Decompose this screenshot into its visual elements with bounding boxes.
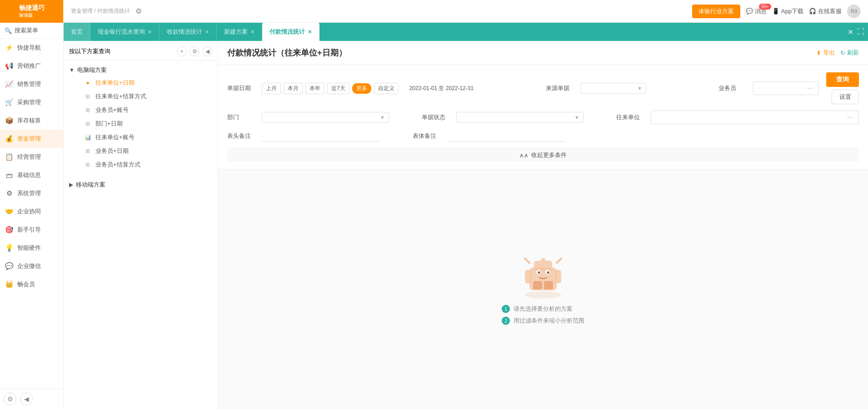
sidebar-item-operations[interactable]: 📋 经营管理 [0,148,63,166]
schema-item-salesman-date[interactable]: ⊞ 业务员+日期 [69,144,212,158]
chevron-up-icon: ∧∧ [519,152,529,159]
date-last-month-btn[interactable]: 上月 [262,83,281,94]
filter-row-2: 部门 ▼ 单据状态 ▼ 往来单位 ··· [227,111,859,124]
tab-close-icon[interactable]: ✕ [148,29,152,35]
sidebar-item-marketing[interactable]: 📢 营销推广 [0,57,63,75]
schema-item-salesman-payment[interactable]: ⊞ 业务员+结算方式 [69,158,212,172]
sidebar-item-inventory[interactable]: 📦 库存核算 [0,111,63,130]
schema-item-counterpart-payment[interactable]: ⊞ 往来单位+结算方式 [69,90,212,103]
table-header-note-input[interactable] [262,131,380,141]
tab-receipt-stats[interactable]: 收款情况统计 ✕ [160,23,217,41]
schema-item-counterpart-date[interactable]: ● 往来单位+日期 [69,76,212,90]
tab-cash-flow[interactable]: 现金银行流水查询 ✕ [90,23,160,41]
sidebar-item-system[interactable]: ⚙ 系统管理 [0,184,63,202]
system-icon: ⚙ [5,189,14,198]
right-panel: 付款情况统计（往来单位+日期） ⬆ 导出 ↻ 刷新 单据日期 [218,41,868,409]
sidebar-label: 基础信息 [17,171,41,179]
tab-close-icon[interactable]: ✕ [205,29,209,35]
page-title: 付款情况统计（往来单位+日期） [227,47,347,58]
dept-select[interactable]: ▼ [262,112,389,123]
add-schema-btn[interactable]: + [177,46,187,56]
schema-item-dept-date[interactable]: ⊞ 部门+日期 [69,117,212,131]
guide-icon: 🎯 [5,225,14,234]
query-btn[interactable]: 查询 [826,72,859,87]
empty-tips: 1 请先选择要分析的方案 2 用过滤条件来缩小分析范围 [502,305,584,325]
sidebar-item-hardware[interactable]: 💡 智能硬件 [0,239,63,257]
message-btn[interactable]: 💬 消息 99+ [746,7,767,15]
sidebar-item-finance[interactable]: 💰 资金管理 [0,130,63,148]
sidebar-item-sales[interactable]: 📈 销售管理 [0,75,63,93]
date-7days-btn[interactable]: 近7天 [327,83,349,94]
tab-payment-stats[interactable]: 付款情况统计 ✕ [262,23,319,41]
sidebar-item-member[interactable]: 👑 畅会员 [0,275,63,293]
expand-tabs-btn[interactable]: ⛶ [857,28,864,36]
search-label: 搜索菜单 [15,26,38,35]
sidebar-collapse-btn[interactable]: ◀ [20,393,33,405]
sidebar-settings-btn[interactable]: ⚙ [4,393,16,405]
collapse-left-panel-btn[interactable]: ◀ [202,46,212,56]
tip1-text: 请先选择要分析的方案 [514,305,573,313]
left-panel: 按以下方案查询 + ⚙ ◀ ▼ 电脑端方案 ● 往来单位+日期 ⊞ [64,41,218,409]
close-all-tabs-btn[interactable]: ✕ [848,28,853,36]
settings-icon[interactable]: ⚙ [135,7,142,15]
schema-item-counterpart-account[interactable]: 📊 往来单位+账号 [69,131,212,144]
sidebar-item-quick-nav[interactable]: ⚡ 快捷导航 [0,39,63,57]
schema-group-mobile: ▶ 移动端方案 [64,175,218,194]
settings-schema-btn[interactable]: ⚙ [190,46,200,56]
trial-btn[interactable]: 体验行业方案 [692,5,740,18]
active-schema-icon: ● [84,79,92,87]
date-more-btn[interactable]: 更多 [352,83,371,94]
source-select[interactable]: ▼ [580,83,646,94]
date-this-month-btn[interactable]: 本月 [284,83,303,94]
export-btn[interactable]: ⬆ 导出 [816,49,835,57]
schema-group-mobile-header[interactable]: ▶ 移动端方案 [69,179,212,191]
setting-btn[interactable]: 设置 [832,90,859,104]
schema-item-salesman-account[interactable]: ⊞ 业务员+账号 [69,103,212,117]
date-custom-btn[interactable]: 自定义 [374,83,399,94]
hardware-icon: 💡 [5,243,14,252]
svg-rect-4 [533,281,542,289]
filter-actions: 查询 设置 [826,72,859,104]
tab-close-icon[interactable]: ✕ [308,29,312,35]
schema-item-label: 往来单位+日期 [95,79,135,87]
schema-group-desktop-header[interactable]: ▼ 电脑端方案 [69,64,212,76]
tab-bar: 首页 现金银行流水查询 ✕ 收款情况统计 ✕ 新建方案 ✕ 付款情况统计 ✕ ✕… [64,23,868,41]
search-menu-item[interactable]: 🔍 搜索菜单 [0,23,63,39]
empty-state: 1 请先选择要分析的方案 2 用过滤条件来缩小分析范围 [218,170,868,409]
sidebar-item-guide[interactable]: 🎯 新手引导 [0,221,63,239]
tab-label: 现金银行流水查询 [98,28,145,36]
sales-icon: 📈 [5,80,14,89]
table-schema-icon: ⊞ [84,106,92,114]
topbar: 资金管理 / 付款情况统计 ⚙ 体验行业方案 💬 消息 99+ 📱 App下载 … [64,0,868,23]
counterpart-dots-btn[interactable]: ··· [845,113,855,121]
sidebar-label: 营销推广 [17,62,41,70]
date-group: 上月 本月 本年 近7天 更多 自定义 [262,83,399,94]
left-panel-header: 按以下方案查询 + ⚙ ◀ [64,41,218,61]
voucher-status-select[interactable]: ▼ [456,112,584,123]
sidebar-item-basic-info[interactable]: 🗃 基础信息 [0,166,63,184]
date-this-year-btn[interactable]: 本年 [305,83,324,94]
user-avatar[interactable]: Rit [847,5,861,18]
tab-label: 付款情况统计 [269,28,305,36]
quick-nav-icon: ⚡ [5,43,14,52]
collapse-conditions-btn[interactable]: ∧∧ 收起更多条件 [227,148,859,162]
counterpart-select[interactable]: ··· [651,111,859,124]
sidebar-item-collab[interactable]: 🤝 企业协同 [0,202,63,221]
tab-home[interactable]: 首页 [64,23,90,41]
sidebar-item-purchase[interactable]: 🛒 采购管理 [0,93,63,111]
left-panel-title: 按以下方案查询 [69,47,110,56]
refresh-icon: ↻ [840,50,845,56]
salesman-select[interactable]: ··· [753,81,819,95]
sidebar-item-wechat[interactable]: 💬 企业微信 [0,257,63,275]
tab-close-icon[interactable]: ✕ [250,29,254,35]
schema-group-label: 移动端方案 [76,181,105,189]
app-download-btn[interactable]: 📱 App下载 [772,7,803,15]
online-service-btn[interactable]: 🎧 在线客服 [809,7,842,15]
refresh-btn[interactable]: ↻ 刷新 [840,49,859,57]
salesman-dots-btn[interactable]: ··· [805,84,815,92]
refresh-label: 刷新 [847,49,859,57]
schema-item-label: 业务员+日期 [95,147,129,155]
sidebar-label: 快捷导航 [17,44,41,52]
tab-new-plan[interactable]: 新建方案 ✕ [217,23,262,41]
table-body-note-input[interactable] [447,131,565,141]
